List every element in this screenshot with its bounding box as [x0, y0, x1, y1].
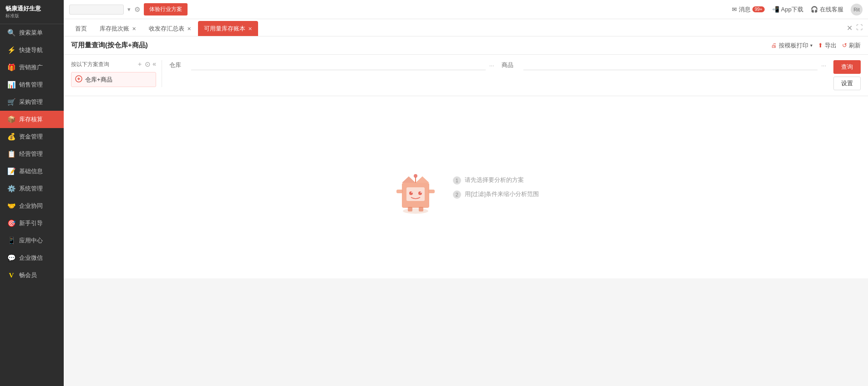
- tip-num-1: 1: [453, 176, 461, 185]
- clipboard-icon: 📋: [7, 150, 15, 158]
- tab-available-close[interactable]: ✕: [248, 26, 252, 32]
- svg-point-13: [414, 174, 417, 178]
- empty-state-content: 1 请先选择要分析的方案 2 用[过滤]条件来缩小分析范围: [393, 165, 539, 210]
- tab-home-label: 首页: [75, 25, 87, 33]
- page-title: 可用量查询(按仓库+商品): [71, 41, 148, 50]
- warehouse-dots-button[interactable]: ···: [489, 62, 494, 69]
- filter-settings-button[interactable]: 设置: [833, 77, 861, 90]
- sidebar-item-basic[interactable]: 📝 基础信息: [0, 163, 64, 180]
- scheme-panel: 按以下方案查询 ＋ ⊙ « 仓库+商品: [71, 60, 162, 87]
- sidebar-item-sales[interactable]: 📊 销售管理: [0, 76, 64, 93]
- tab-summary[interactable]: 收发存汇总表 ✕: [143, 21, 197, 36]
- online-service-item[interactable]: 🎧 在线客服: [811, 5, 843, 14]
- scheme-title: 按以下方案查询: [71, 61, 109, 68]
- chart-icon: 📊: [7, 81, 15, 89]
- tab-summary-close[interactable]: ✕: [187, 26, 191, 32]
- query-button[interactable]: 查询: [833, 60, 861, 74]
- sidebar-item-label: 库存核算: [19, 115, 43, 124]
- scheme-item[interactable]: 仓库+商品: [71, 72, 156, 87]
- tab-available[interactable]: 可用量库存账本 ✕: [198, 21, 258, 36]
- settings-icon[interactable]: ⚙: [134, 5, 140, 14]
- doc-icon: 📝: [7, 167, 15, 175]
- empty-state: 1 请先选择要分析的方案 2 用[过滤]条件来缩小分析范围: [64, 96, 868, 278]
- logo-sub: 标准版: [5, 13, 58, 19]
- add-scheme-icon[interactable]: ＋: [137, 60, 143, 68]
- export-button[interactable]: ⬆ 导出: [818, 41, 837, 50]
- sidebar-item-newbie[interactable]: 🎯 新手引导: [0, 215, 64, 232]
- money-icon: 💰: [7, 133, 15, 141]
- target-icon: 🎯: [7, 219, 15, 227]
- print-icon: 🖨: [771, 42, 777, 49]
- app-download-item[interactable]: 📲 App下载: [772, 5, 803, 14]
- shortcut-icon: ⚡: [7, 46, 15, 54]
- warehouse-label: 仓库: [169, 61, 188, 69]
- print-button[interactable]: 🖨 按模板打印 ▾: [771, 41, 812, 50]
- tab-home[interactable]: 首页: [69, 21, 93, 36]
- svg-rect-9: [419, 207, 423, 211]
- scheme-item-label: 仓库+商品: [85, 76, 112, 84]
- edit-scheme-icon[interactable]: ⊙: [145, 60, 151, 68]
- sidebar-item-wechat[interactable]: 💬 企业微信: [0, 249, 64, 267]
- sidebar-item-label: 系统管理: [19, 185, 43, 193]
- tab-batch-close[interactable]: ✕: [132, 26, 136, 32]
- empty-tip-2: 2 用[过滤]条件来缩小分析范围: [453, 190, 539, 199]
- dropdown-icon[interactable]: ▾: [127, 6, 131, 13]
- page-content: 可用量查询(按仓库+商品) 🖨 按模板打印 ▾ ⬆ 导出 ↺ 刷新: [64, 36, 868, 386]
- sidebar-item-operations[interactable]: 📋 经营管理: [0, 145, 64, 163]
- tab-batch[interactable]: 库存批次账 ✕: [94, 21, 142, 36]
- topbar-right: ✉ 消息 99+ 📲 App下载 🎧 在线客服 Rit: [732, 4, 863, 15]
- sidebar-logo: 畅康通好生意 标准版: [0, 0, 64, 24]
- app-download-label: App下载: [781, 5, 803, 14]
- scheme-actions: ＋ ⊙ «: [137, 60, 156, 68]
- print-dropdown-icon[interactable]: ▾: [810, 43, 812, 48]
- gear-icon: ⚙️: [7, 185, 15, 193]
- sidebar-item-system[interactable]: ⚙️ 系统管理: [0, 180, 64, 197]
- goods-input[interactable]: [523, 60, 818, 70]
- tab-close-all-button[interactable]: ✕: [847, 23, 853, 32]
- query-area: 按以下方案查询 ＋ ⊙ « 仓库+商品: [64, 55, 868, 96]
- sidebar-item-enterprise[interactable]: 🤝 企业协同: [0, 197, 64, 215]
- sidebar-item-label: 企业微信: [19, 254, 43, 262]
- sidebar-item-search[interactable]: 🔍 搜索菜单: [0, 24, 64, 41]
- topbar-search-input[interactable]: [69, 5, 124, 15]
- sidebar-item-marketing[interactable]: 🎁 营销推广: [0, 59, 64, 76]
- tab-summary-label: 收发存汇总表: [149, 25, 184, 33]
- sidebar-item-label: 搜索菜单: [19, 29, 43, 37]
- sidebar-item-label: 营销推广: [19, 63, 43, 72]
- sidebar-item-label: 采购管理: [19, 98, 43, 106]
- svg-rect-10: [396, 190, 403, 193]
- trial-button[interactable]: 体验行业方案: [144, 3, 188, 15]
- tip-text-2: 用[过滤]条件来缩小分析范围: [465, 190, 539, 198]
- tab-expand-button[interactable]: ⛶: [856, 23, 863, 32]
- handshake-icon: 🤝: [7, 202, 15, 210]
- filter-row: 仓库 ··· 商品 ···: [169, 60, 826, 70]
- sidebar-item-inventory[interactable]: 📦 库存核算: [0, 111, 64, 128]
- sidebar-item-finance[interactable]: 💰 资金管理: [0, 128, 64, 145]
- user-profile[interactable]: Rit: [851, 4, 863, 15]
- export-label: 导出: [825, 41, 837, 50]
- tabbar-actions: ✕ ⛶: [847, 23, 863, 32]
- sidebar-item-vip[interactable]: V 畅会员: [0, 267, 64, 284]
- sidebar-item-label: 畅会员: [19, 271, 37, 279]
- goods-field: 商品 ···: [502, 60, 827, 70]
- page-header-actions: 🖨 按模板打印 ▾ ⬆ 导出 ↺ 刷新: [771, 41, 861, 50]
- topbar: ▾ ⚙ 体验行业方案 ✉ 消息 99+ 📲 App下载 🎧 在线客服 Rit: [64, 0, 868, 19]
- export-icon: ⬆: [818, 42, 823, 49]
- goods-dots-button[interactable]: ···: [821, 62, 826, 69]
- tab-available-label: 可用量库存账本: [204, 25, 245, 33]
- sidebar-item-label: 经营管理: [19, 150, 43, 158]
- sidebar-item-shortcut[interactable]: ⚡ 快捷导航: [0, 41, 64, 59]
- sidebar-item-label: 快捷导航: [19, 46, 43, 54]
- refresh-button[interactable]: ↺ 刷新: [842, 41, 861, 50]
- mobile-icon: 📱: [7, 237, 15, 245]
- sidebar-item-label: 资金管理: [19, 133, 43, 141]
- collapse-icon[interactable]: «: [152, 60, 156, 68]
- chat-icon: 💬: [7, 254, 15, 262]
- main-area: ▾ ⚙ 体验行业方案 ✉ 消息 99+ 📲 App下载 🎧 在线客服 Rit: [64, 0, 868, 386]
- sidebar-item-label: 新手引导: [19, 219, 43, 227]
- sidebar-item-purchase[interactable]: 🛒 采购管理: [0, 93, 64, 111]
- topbar-left: ▾ ⚙ 体验行业方案: [69, 3, 732, 15]
- warehouse-input[interactable]: [191, 60, 486, 70]
- sidebar-item-appstore[interactable]: 📱 应用中心: [0, 232, 64, 249]
- messages-item[interactable]: ✉ 消息 99+: [732, 5, 765, 14]
